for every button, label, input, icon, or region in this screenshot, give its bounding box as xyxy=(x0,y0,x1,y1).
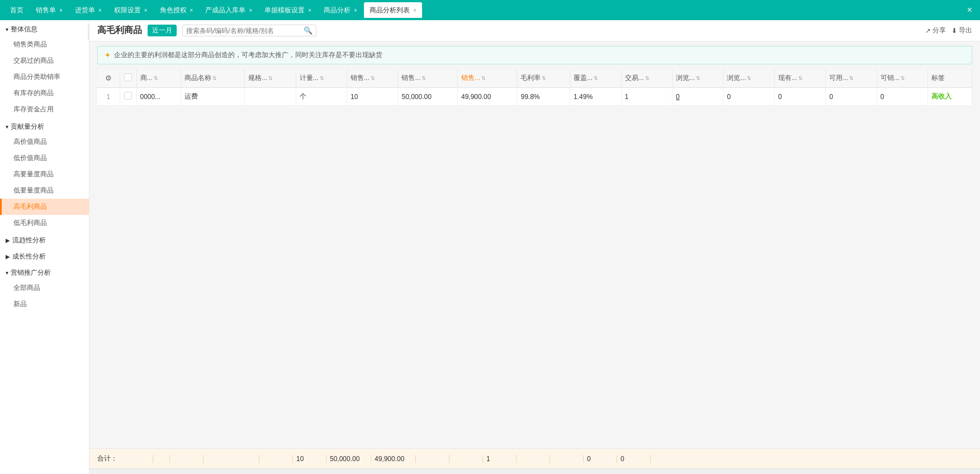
sort-icon-browse1[interactable]: ⇅ xyxy=(696,76,700,81)
cell-coverage: 1.49% xyxy=(570,88,621,106)
tab-close-product-warehouse[interactable]: × xyxy=(249,7,252,13)
sort-icon-current[interactable]: ⇅ xyxy=(798,76,803,81)
sidebar-item-high-value[interactable]: 高价值商品 xyxy=(0,134,89,150)
cell-code: 0000... xyxy=(136,88,181,106)
tab-close-permission-settings[interactable]: × xyxy=(144,7,148,13)
time-filter-button[interactable]: 近一月 xyxy=(148,25,177,36)
sidebar-item-high-freq[interactable]: 高要量度商品 xyxy=(0,166,89,182)
sort-icon-sales-amount[interactable]: ⇅ xyxy=(422,76,426,81)
cell-name: 运费 xyxy=(181,88,245,106)
sidebar-item-new-goods[interactable]: 新品 xyxy=(0,296,89,312)
th-settings: ⚙ xyxy=(97,69,120,88)
tab-close-purchase-order[interactable]: × xyxy=(98,7,102,13)
sidebar-item-high-margin[interactable]: 高毛利商品 xyxy=(0,199,89,215)
cell-transaction: 1 xyxy=(621,88,672,106)
sidebar-section-marketing[interactable]: ▾ 营销推广分析 xyxy=(0,264,89,280)
cell-browse1: 0 xyxy=(673,88,723,106)
sidebar: « ▾ 整体信息 销售类商品 交易过的商品 商品分类助销率 有库存的商品 库存资… xyxy=(0,20,89,474)
browse1-link[interactable]: 0 xyxy=(676,93,680,101)
tab-close-goods-analysis-list[interactable]: × xyxy=(413,7,416,13)
tab-product-warehouse[interactable]: 产成品入库单 × xyxy=(200,2,258,18)
tab-home[interactable]: 首页 xyxy=(4,2,29,18)
sort-icon-saleable[interactable]: ⇅ xyxy=(901,76,905,81)
sidebar-item-low-value[interactable]: 低价值商品 xyxy=(0,150,89,166)
tab-goods-analysis[interactable]: 商品分析 × xyxy=(318,2,363,18)
footer-cell-empty9 xyxy=(550,455,584,463)
tab-close-sales-order[interactable]: × xyxy=(59,7,63,13)
sidebar-item-traded-goods[interactable]: 交易过的商品 xyxy=(0,53,89,69)
th-sales-profit: 销售...⇅ xyxy=(457,69,517,88)
cell-browse2: 0 xyxy=(723,88,774,106)
sort-icon-sales-profit[interactable]: ⇅ xyxy=(481,76,486,81)
th-browse2: 浏览...⇅ xyxy=(723,69,774,88)
sidebar-item-low-margin[interactable]: 低毛利商品 xyxy=(0,215,89,231)
sidebar-item-all-goods[interactable]: 全部商品 xyxy=(0,280,89,296)
cell-checkbox xyxy=(120,88,136,106)
nav-close-all-button[interactable]: × xyxy=(964,5,976,15)
footer-label: 合计： xyxy=(97,454,131,463)
tab-role-auth[interactable]: 角色授权 × xyxy=(154,2,199,18)
sort-icon-unit[interactable]: ⇅ xyxy=(320,76,324,81)
th-coverage: 覆盖...⇅ xyxy=(570,69,621,88)
sidebar-collapse-button[interactable]: « xyxy=(88,25,89,40)
search-icon[interactable]: 🔍 xyxy=(304,26,313,35)
sidebar-item-stock-fund[interactable]: 库存资金占用 xyxy=(0,101,89,118)
th-sales-qty: 销售...⇅ xyxy=(347,69,398,88)
search-input[interactable] xyxy=(186,27,304,35)
footer-cell-empty2 xyxy=(153,455,170,463)
tab-template-settings[interactable]: 单据模板设置 × xyxy=(259,2,317,18)
th-tag: 标签 xyxy=(928,69,972,88)
tab-permission-settings[interactable]: 权限设置 × xyxy=(108,2,153,18)
tab-close-template-settings[interactable]: × xyxy=(308,7,311,13)
tab-goods-analysis-list[interactable]: 商品分析列表 × xyxy=(364,2,422,18)
cell-index: 1 xyxy=(97,88,120,106)
cell-sales-amount: 50,000.00 xyxy=(398,88,458,106)
sort-icon-spec[interactable]: ⇅ xyxy=(268,76,273,81)
section-arrow-contribution: ▾ xyxy=(6,124,8,130)
export-button[interactable]: ⬇ 导出 xyxy=(951,26,972,35)
footer-cell-empty3 xyxy=(170,455,203,463)
footer-cell-empty7 xyxy=(449,455,483,463)
th-gross-margin: 毛利率⇅ xyxy=(517,69,570,88)
th-spec: 规格...⇅ xyxy=(245,69,296,88)
row-checkbox[interactable] xyxy=(124,92,132,100)
share-button[interactable]: ↗ 分享 xyxy=(925,26,946,35)
content-area: 高毛利商品 近一月 🔍 ↗ 分享 ⬇ 导出 ✦ 企业的主 xyxy=(89,20,980,474)
sidebar-section-growth[interactable]: ▶ 成长性分析 xyxy=(0,247,89,264)
sidebar-item-low-freq[interactable]: 低要量度商品 xyxy=(0,182,89,199)
table-header-row: ⚙ 商...⇅ 商品名称⇅ 规格...⇅ xyxy=(97,69,972,88)
sidebar-section-contribution[interactable]: ▾ 贡献量分析 xyxy=(0,118,89,134)
cell-saleable: 0 xyxy=(877,88,927,106)
sidebar-section-overview[interactable]: ▾ 整体信息 xyxy=(0,20,89,36)
sidebar-item-stock-goods[interactable]: 有库存的商品 xyxy=(0,85,89,101)
footer-cell-empty1 xyxy=(131,455,153,463)
select-all-checkbox[interactable] xyxy=(124,73,132,81)
footer-cell-current: 0 xyxy=(584,455,617,463)
sort-icon-coverage[interactable]: ⇅ xyxy=(594,76,598,81)
share-icon: ↗ xyxy=(925,27,931,35)
bottom-scrollbar[interactable] xyxy=(89,468,980,474)
sort-icon-transaction[interactable]: ⇅ xyxy=(645,76,650,81)
sidebar-section-trend[interactable]: ▶ 流趋性分析 xyxy=(0,231,89,247)
sort-icon-sales-qty[interactable]: ⇅ xyxy=(371,76,375,81)
section-arrow-marketing: ▾ xyxy=(6,270,8,276)
settings-icon[interactable]: ⚙ xyxy=(105,74,112,82)
sidebar-item-category-rate[interactable]: 商品分类助销率 xyxy=(0,69,89,85)
sidebar-item-sales-goods[interactable]: 销售类商品 xyxy=(0,36,89,53)
sort-icon-name[interactable]: ⇅ xyxy=(212,76,217,81)
footer-cells: 10 50,000.00 49,900.00 1 0 0 xyxy=(131,455,972,463)
th-checkbox xyxy=(120,69,136,88)
export-icon: ⬇ xyxy=(951,27,957,35)
tab-close-goods-analysis[interactable]: × xyxy=(354,7,357,13)
sort-icon-browse2[interactable]: ⇅ xyxy=(747,76,751,81)
tab-close-role-auth[interactable]: × xyxy=(190,7,193,13)
tab-purchase-order[interactable]: 进货单 × xyxy=(69,2,107,18)
tab-sales-order[interactable]: 销售单 × xyxy=(30,2,68,18)
sort-icon-available[interactable]: ⇅ xyxy=(849,76,854,81)
th-saleable: 可销...⇅ xyxy=(877,69,927,88)
search-box: 🔍 xyxy=(182,25,316,36)
th-transaction: 交易...⇅ xyxy=(621,69,672,88)
info-icon: ✦ xyxy=(105,51,111,59)
sort-icon-gross-margin[interactable]: ⇅ xyxy=(542,76,546,81)
sort-icon-code[interactable]: ⇅ xyxy=(154,76,158,81)
